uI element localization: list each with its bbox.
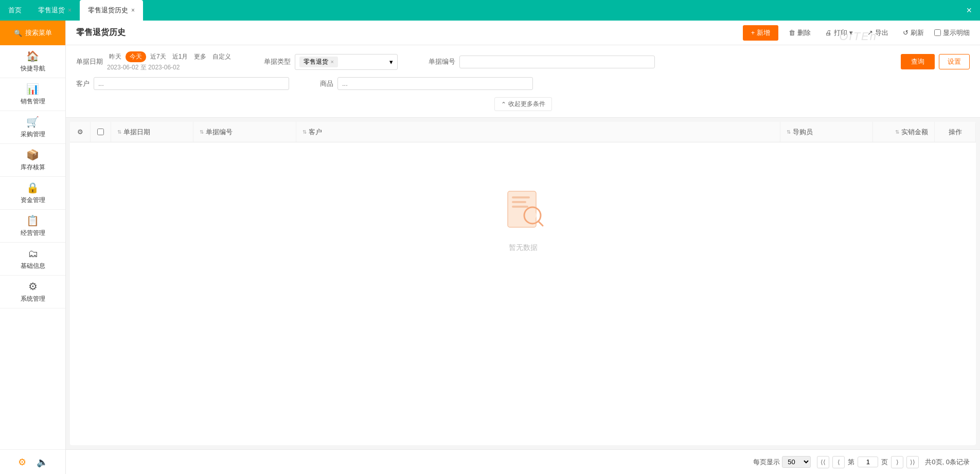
th-date[interactable]: ⇅ 单据日期 — [111, 122, 193, 142]
show-detail-checkbox-label[interactable]: 显示明细 — [934, 28, 970, 38]
date-range-display: 2023-06-02 至 2023-06-02 — [107, 63, 233, 72]
pagination-bar: 每页显示 50 20 100 ⟨⟨ ⟨ 第 1 页 ⟩ ⟩⟩ 共0页, 0条记录 — [66, 449, 980, 474]
delete-btn[interactable]: 🗑 删除 — [785, 26, 815, 40]
bill-type-tag-close[interactable]: × — [330, 59, 333, 65]
page-nav: ⟨⟨ ⟨ 第 1 页 ⟩ ⟩⟩ — [817, 456, 919, 468]
bill-no-input[interactable] — [459, 56, 655, 68]
page-size-dropdown[interactable]: 50 20 100 — [782, 456, 811, 468]
date-opt-1month[interactable]: 近1月 — [170, 51, 190, 62]
window-close-btn[interactable]: × — [966, 5, 972, 16]
filter-area: 单据日期 昨天 今天 近7天 近1月 更多 自定义 2023-06-02 至 2… — [66, 45, 980, 118]
bill-type-select[interactable]: 零售退货 × ▾ — [295, 54, 398, 70]
speaker-icon[interactable]: 🔈 — [37, 457, 48, 468]
sidebar-item-operations[interactable]: 📋 经营管理 — [0, 210, 65, 243]
date-opt-7days[interactable]: 近7天 — [148, 51, 168, 62]
bill-type-tag: 零售退货 × — [299, 57, 337, 67]
page-first-btn[interactable]: ⟨⟨ — [817, 456, 829, 468]
goods-label: 商品 — [320, 79, 333, 88]
page-header: 零售退货历史 + 新增 🗑 删除 🖨 打印 ▾ ↗ 导出 ↺ — [66, 21, 980, 45]
bill-no-label: 单据编号 — [429, 57, 455, 66]
query-settings-group: 查询 设置 — [901, 54, 970, 69]
finance-icon: 🔒 — [26, 181, 39, 194]
print-btn[interactable]: 🖨 打印 ▾ — [821, 26, 857, 40]
inventory-icon: 📦 — [26, 149, 39, 161]
customer-input[interactable] — [94, 77, 289, 90]
page-last-btn[interactable]: ⟩⟩ — [906, 456, 919, 468]
sidebar-item-finance[interactable]: 🔒 资金管理 — [0, 177, 65, 210]
page-size-select: 每页显示 50 20 100 — [753, 456, 811, 468]
date-opt-custom[interactable]: 自定义 — [210, 51, 233, 62]
date-opt-more[interactable]: 更多 — [192, 51, 208, 62]
tab-retail-return[interactable]: 零售退货 × — [30, 0, 80, 21]
date-opt-yesterday[interactable]: 昨天 — [107, 51, 123, 62]
print-chevron-icon: ▾ — [849, 29, 853, 37]
empty-text: 暂无数据 — [509, 243, 538, 252]
th-amount[interactable]: ⇅ 实销金额 — [873, 122, 935, 142]
header-actions: + 新增 🗑 删除 🖨 打印 ▾ ↗ 导出 ↺ 刷新 — [743, 25, 970, 41]
collapse-btn[interactable]: ⌃ 收起更多条件 — [494, 97, 552, 111]
date-filter-label: 单据日期 — [76, 57, 103, 66]
sort-guide-icon: ⇅ — [787, 129, 791, 135]
sidebar-bottom: ⚙ 🔈 — [0, 449, 65, 474]
page-next-btn[interactable]: ⟩ — [891, 456, 903, 468]
th-check[interactable] — [91, 122, 111, 142]
page-input[interactable]: 1 — [858, 457, 878, 467]
settings-btn[interactable]: 设置 — [939, 54, 970, 69]
content-area: 零售退货历史 + 新增 🗑 删除 🖨 打印 ▾ ↗ 导出 ↺ — [66, 21, 980, 474]
filter-bill-no: 单据编号 — [429, 56, 655, 68]
filter-row-2: 客户 商品 — [76, 77, 970, 90]
th-ops: 操作 — [935, 122, 976, 142]
date-opt-today[interactable]: 今天 — [126, 51, 146, 62]
select-all-checkbox[interactable] — [97, 129, 104, 135]
svg-line-5 — [538, 221, 543, 226]
goods-input[interactable] — [337, 77, 533, 90]
refresh-btn[interactable]: ↺ 刷新 — [899, 26, 928, 40]
delete-icon: 🗑 — [789, 29, 795, 37]
page-prev-btn[interactable]: ⟨ — [832, 456, 845, 468]
filter-date: 单据日期 昨天 今天 近7天 近1月 更多 自定义 2023-06-02 至 2… — [76, 51, 233, 72]
sidebar-item-sys-mgmt[interactable]: ⚙ 系统管理 — [0, 276, 65, 308]
tab-home[interactable]: 首页 — [0, 0, 30, 21]
table-header: ⚙ ⇅ 单据日期 ⇅ 单据编号 ⇅ 客户 ⇅ — [70, 122, 976, 142]
svg-point-6 — [528, 211, 537, 220]
print-icon: 🖨 — [825, 29, 832, 37]
sort-bill-no-icon: ⇅ — [200, 129, 204, 135]
export-btn[interactable]: ↗ 导出 — [863, 26, 893, 40]
purchase-icon: 🛒 — [26, 116, 39, 128]
sales-icon: 📊 — [26, 83, 39, 95]
top-bar: 首页 零售退货 × 零售退货历史 × × — [0, 0, 980, 21]
collapse-up-icon: ⌃ — [501, 101, 506, 108]
tab-retail-return-close[interactable]: × — [68, 7, 72, 14]
basic-info-icon: 🗂 — [28, 248, 38, 260]
sidebar-item-quick-nav[interactable]: 🏠 快捷导航 — [0, 45, 65, 78]
gear-icon: ⚙ — [77, 128, 83, 136]
page-title: 零售退货历史 — [76, 27, 743, 38]
sidebar-item-inventory[interactable]: 📦 库存核算 — [0, 144, 65, 177]
sidebar-search[interactable]: 🔍 搜索菜单 — [0, 21, 65, 45]
filter-goods: 商品 — [320, 77, 533, 90]
filter-customer: 客户 — [76, 77, 289, 90]
th-guide[interactable]: ⇅ 导购员 — [780, 122, 873, 142]
th-customer[interactable]: ⇅ 客户 — [296, 122, 780, 142]
settings-bottom-icon[interactable]: ⚙ — [18, 457, 26, 468]
operations-icon: 📋 — [26, 214, 39, 227]
new-btn[interactable]: + 新增 — [743, 25, 778, 41]
th-bill-no[interactable]: ⇅ 单据编号 — [193, 122, 296, 142]
svg-rect-1 — [512, 196, 530, 198]
sidebar-item-basic-info[interactable]: 🗂 基础信息 — [0, 243, 65, 276]
tab-retail-return-history[interactable]: 零售退货历史 × — [80, 0, 143, 21]
filter-bill-type: 单据类型 零售退货 × ▾ — [264, 54, 398, 70]
svg-rect-3 — [512, 206, 528, 208]
th-gear[interactable]: ⚙ — [70, 122, 91, 142]
empty-state: 暂无数据 — [70, 142, 976, 294]
total-info: 共0页, 0条记录 — [925, 458, 970, 467]
query-btn[interactable]: 查询 — [901, 54, 935, 69]
top-bar-right: × — [966, 5, 980, 16]
tab-retail-return-history-close[interactable]: × — [131, 7, 135, 14]
show-detail-checkbox[interactable] — [934, 29, 941, 36]
search-icon: 🔍 — [14, 29, 22, 37]
sidebar-item-purchase-mgmt[interactable]: 🛒 采购管理 — [0, 111, 65, 144]
sidebar-item-sales-mgmt[interactable]: 📊 销售管理 — [0, 78, 65, 111]
main-layout: 🔍 搜索菜单 🏠 快捷导航 📊 销售管理 🛒 采购管理 📦 库存核算 🔒 资金管… — [0, 21, 980, 474]
svg-rect-2 — [512, 201, 526, 203]
